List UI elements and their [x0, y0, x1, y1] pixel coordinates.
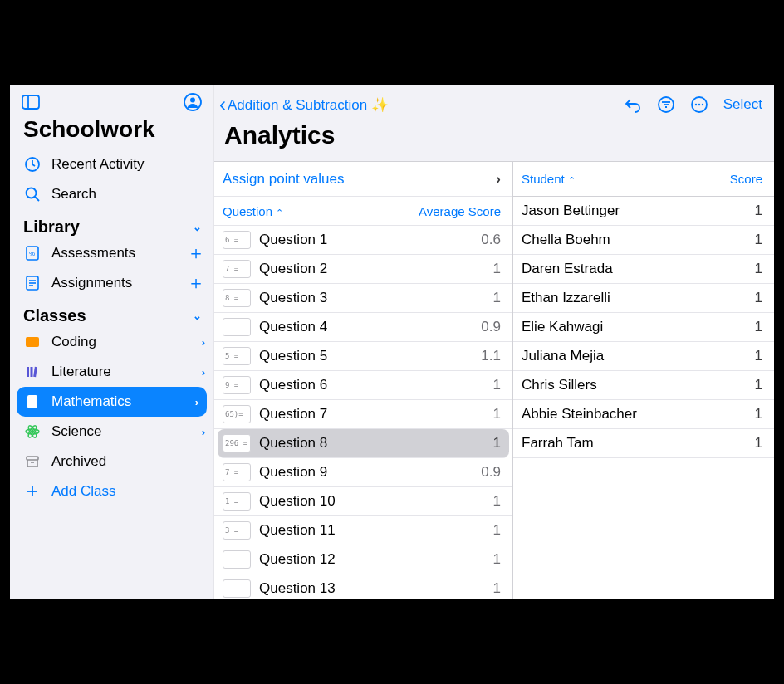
sidebar-item-label: Add Class	[51, 483, 205, 500]
students-header-row: Student⌃ Score	[513, 162, 774, 197]
question-row[interactable]: 65)=Question 71	[214, 400, 512, 429]
question-row[interactable]: 5 =Question 51.1	[214, 342, 512, 371]
add-assessment-button[interactable]: ＋	[187, 244, 205, 262]
question-score: 1	[493, 522, 501, 539]
question-thumbnail	[223, 579, 251, 598]
student-score: 1	[755, 261, 762, 277]
svg-point-21	[30, 404, 32, 406]
svg-point-5	[27, 188, 37, 198]
svg-point-3	[190, 98, 195, 103]
chevron-left-icon: ‹	[219, 93, 226, 116]
question-row[interactable]: 8 =Question 31	[214, 284, 512, 313]
student-row[interactable]: Chella Boehm1	[513, 226, 774, 255]
back-label: Addition & Subtraction ✨	[228, 96, 389, 114]
sidebar-item-label: Literature	[51, 364, 192, 380]
question-score: 1	[493, 580, 501, 597]
question-label: Question 12	[259, 551, 485, 568]
sidebar-item-search[interactable]: Search	[10, 179, 213, 209]
sidebar-item-coding[interactable]: Coding ›	[10, 327, 213, 357]
sidebar-item-science[interactable]: Science ›	[10, 417, 213, 447]
questions-header-row: Question⌃ Average Score	[214, 197, 512, 226]
student-score: 1	[755, 232, 762, 248]
sidebar-item-mathematics[interactable]: Mathematics ›	[17, 387, 207, 417]
sidebar-item-label: Search	[51, 186, 205, 203]
question-row[interactable]: Question 40.9	[214, 313, 512, 342]
student-row[interactable]: Chris Sillers1	[513, 371, 774, 400]
question-thumbnail: 9 =	[223, 376, 251, 394]
question-score: 1	[493, 493, 501, 510]
student-list[interactable]: Jason Bettinger1Chella Boehm1Daren Estra…	[513, 197, 774, 458]
student-row[interactable]: Juliana Mejia1	[513, 342, 774, 371]
student-row[interactable]: Elie Kahwagi1	[513, 313, 774, 342]
question-column-header[interactable]: Question⌃	[223, 204, 283, 218]
student-score: 1	[755, 319, 762, 335]
sidebar-item-label: Mathematics	[51, 393, 185, 410]
filter-icon[interactable]	[657, 95, 675, 114]
sidebar-item-label: Assessments	[51, 245, 177, 261]
student-score: 1	[755, 290, 762, 306]
question-score: 1	[493, 290, 501, 306]
student-column-header[interactable]: Student⌃	[522, 172, 576, 186]
sidebar-item-archived[interactable]: Archived	[10, 447, 213, 476]
student-score: 1	[755, 203, 762, 219]
question-thumbnail: 7 =	[223, 260, 251, 278]
atom-icon	[23, 423, 42, 440]
svg-point-38	[702, 104, 703, 105]
search-icon	[23, 186, 42, 203]
question-list[interactable]: 6 =Question 10.67 =Question 218 =Questio…	[214, 226, 512, 599]
student-row[interactable]: Farrah Tam1	[513, 429, 774, 458]
sidebar-item-assignments[interactable]: Assignments ＋	[10, 268, 213, 298]
content-columns: Assign point values › Question⌃ Average …	[214, 161, 774, 599]
question-row[interactable]: 3 =Question 111	[214, 516, 512, 545]
question-row[interactable]: 6 =Question 10.6	[214, 226, 512, 255]
student-name: Juliana Mejia	[522, 348, 747, 364]
question-thumbnail: 7 =	[223, 463, 251, 481]
question-score: 1	[493, 551, 501, 568]
question-label: Question 11	[259, 522, 485, 539]
undo-icon[interactable]	[624, 96, 642, 113]
svg-point-26	[32, 431, 34, 433]
question-label: Question 1	[259, 232, 473, 248]
classes-section-header[interactable]: Classes ⌄	[10, 298, 213, 327]
account-icon[interactable]	[184, 93, 202, 111]
student-row[interactable]: Abbie Steinbacher1	[513, 400, 774, 429]
question-row[interactable]: 9 =Question 61	[214, 371, 512, 400]
student-name: Ethan Izzarelli	[522, 290, 747, 306]
books-icon	[23, 364, 42, 380]
score-column-header[interactable]: Score	[730, 172, 762, 186]
questions-panel: Assign point values › Question⌃ Average …	[214, 162, 513, 599]
page-title: Analytics	[224, 121, 774, 149]
question-row[interactable]: 1 =Question 101	[214, 487, 512, 516]
question-score: 1.1	[481, 348, 501, 364]
add-class-button[interactable]: Add Class	[10, 476, 213, 506]
sidebar-item-literature[interactable]: Literature ›	[10, 357, 213, 387]
back-button[interactable]: ‹ Addition & Subtraction ✨	[219, 93, 389, 116]
question-row[interactable]: Question 131	[214, 574, 512, 599]
add-assignment-button[interactable]: ＋	[187, 274, 205, 292]
app-window: Schoolwork Recent Activity Search Librar…	[10, 85, 774, 599]
question-score: 1	[493, 435, 501, 452]
sidebar-toggle-icon[interactable]	[22, 93, 40, 111]
sidebar-item-assessments[interactable]: % Assessments ＋	[10, 238, 213, 268]
svg-point-36	[695, 104, 697, 105]
question-row[interactable]: 7 =Question 90.9	[214, 458, 512, 487]
student-row[interactable]: Daren Estrada1	[513, 255, 774, 284]
question-score: 0.9	[481, 319, 501, 335]
question-row[interactable]: Question 121	[214, 545, 512, 574]
svg-rect-14	[27, 367, 29, 377]
student-row[interactable]: Ethan Izzarelli1	[513, 284, 774, 313]
more-icon[interactable]	[690, 95, 708, 114]
select-button[interactable]: Select	[723, 96, 762, 113]
section-title: Library	[23, 217, 80, 237]
app-title: Schoolwork	[23, 116, 213, 143]
question-row[interactable]: 7 =Question 21	[214, 255, 512, 284]
student-row[interactable]: Jason Bettinger1	[513, 197, 774, 226]
sort-caret-icon: ⌃	[276, 208, 283, 217]
library-section-header[interactable]: Library ⌄	[10, 209, 213, 238]
sidebar-item-label: Assignments	[51, 275, 177, 291]
question-row[interactable]: 296 =Question 81	[218, 429, 509, 458]
sidebar-item-recent[interactable]: Recent Activity	[10, 149, 213, 179]
svg-rect-15	[31, 367, 33, 377]
avg-score-column-header[interactable]: Average Score	[419, 204, 501, 218]
assign-point-values-row[interactable]: Assign point values ›	[214, 162, 512, 197]
